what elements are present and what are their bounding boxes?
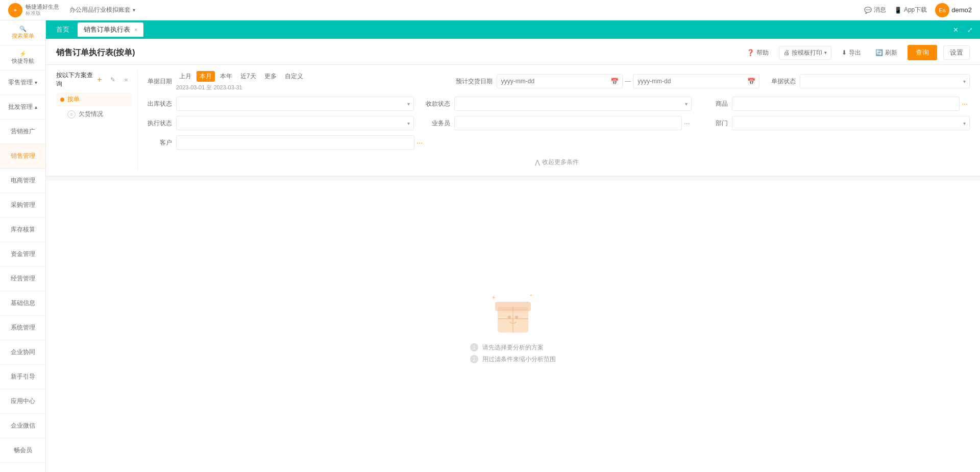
sidebar-item-operation[interactable]: 经营管理 bbox=[0, 267, 45, 291]
filter-field-customer: 客户 ··· bbox=[144, 135, 425, 150]
user-area[interactable]: Ea demo2 bbox=[935, 3, 972, 17]
expected-date-from: 📅 bbox=[497, 74, 623, 88]
filter-row-3: 执行状态 ▾ 业务员 ··· bbox=[144, 116, 970, 130]
refresh-button[interactable]: 🔄 刷新 bbox=[871, 46, 901, 59]
print-button[interactable]: 🖨 按模板打印 ▾ bbox=[779, 46, 831, 60]
search-icon: 🔍 bbox=[19, 26, 27, 32]
sidebar-item-finance[interactable]: 资金管理 bbox=[0, 242, 45, 267]
sidebar-item-sales[interactable]: 销售管理 bbox=[0, 144, 45, 169]
chevron-up-icon: ▴ bbox=[35, 104, 37, 110]
calendar-to-icon[interactable]: 📅 bbox=[747, 78, 755, 85]
expected-date-to-input[interactable] bbox=[633, 74, 759, 88]
empty-illustration: ✦ ✦ ✦ bbox=[487, 289, 538, 335]
sidebar-item-appstore[interactable]: 应用中心 bbox=[0, 389, 45, 414]
svg-point-8 bbox=[508, 316, 511, 319]
empty-tips: 1 请先选择要分析的方案 2 用过滤条件来缩小分析范围 bbox=[470, 343, 556, 364]
date-tab-自定义[interactable]: 自定义 bbox=[282, 71, 306, 82]
ship-status-select[interactable] bbox=[176, 97, 414, 111]
breadcrumb[interactable]: 办公用品行业模拟账套 ▾ bbox=[69, 6, 135, 14]
empty-state: ✦ ✦ ✦ 1 请先选择要分析的方案 2 bbox=[470, 289, 556, 364]
tab-close-button[interactable]: ✕ bbox=[949, 23, 962, 36]
sidebar-item-retail[interactable]: 零售管理 ▾ bbox=[0, 70, 45, 95]
exec-status-select-wrapper: ▾ bbox=[176, 116, 414, 130]
scheme-item-欠货情况[interactable]: ○ 欠货情况 bbox=[56, 107, 131, 121]
scheme-edit-button[interactable]: ✎ bbox=[108, 75, 118, 85]
goods-input[interactable] bbox=[732, 97, 960, 111]
sidebar-item-member[interactable]: 畅会员 bbox=[0, 438, 45, 463]
tab-active[interactable]: 销售订单执行表 × bbox=[78, 22, 143, 37]
sidebar-item-wholesale[interactable]: 批发管理 ▴ bbox=[0, 95, 45, 120]
export-button[interactable]: ⬇ 导出 bbox=[838, 46, 865, 59]
empty-tip-1: 1 请先选择要分析的方案 bbox=[470, 343, 556, 352]
tab-home[interactable]: 首页 bbox=[50, 22, 76, 37]
salesman-more-icon[interactable]: ··· bbox=[682, 119, 692, 127]
refresh-icon: 🔄 bbox=[875, 49, 883, 56]
settings-button[interactable]: 设置 bbox=[943, 45, 970, 60]
date-tab-上月[interactable]: 上月 bbox=[176, 71, 194, 82]
logo-text: 畅捷通好生意 标准版 bbox=[26, 4, 59, 16]
tip-num-1: 1 bbox=[470, 343, 478, 351]
svg-text:✦: ✦ bbox=[529, 293, 533, 298]
tab-close-icon[interactable]: × bbox=[134, 27, 137, 33]
sidebar-item-marketing[interactable]: 营销推广 bbox=[0, 120, 45, 144]
page-header: 销售订单执行表(按单) ❓ 帮助 🖨 按模板打印 ▾ ⬇ 导出 bbox=[46, 39, 980, 65]
sidebar-item-ecommerce[interactable]: 电商管理 bbox=[0, 169, 45, 193]
date-tab-本月[interactable]: 本月 bbox=[197, 71, 215, 82]
pay-status-label: 收款状态 bbox=[422, 100, 450, 108]
sidebar-item-quicknav[interactable]: ⚡ 快捷导航 bbox=[0, 45, 45, 70]
filter-conditions: 单据日期 上月 本月 本年 近7天 更多 自定义 20 bbox=[144, 71, 970, 170]
collapse-up-icon: ⋀ bbox=[535, 159, 540, 166]
customer-more-icon[interactable]: ··· bbox=[414, 138, 425, 147]
scheme-item-按单[interactable]: 按单 bbox=[56, 92, 131, 106]
collapse-conditions-button[interactable]: ⋀ 收起更多条件 bbox=[144, 155, 970, 170]
exec-status-select[interactable] bbox=[176, 116, 414, 130]
filter-scheme-header: 按以下方案查询 + ✎ « bbox=[56, 71, 131, 88]
page-title: 销售订单执行表(按单) bbox=[56, 48, 135, 58]
sidebar-item-guide[interactable]: 新手引导 bbox=[0, 365, 45, 389]
date-tab-更多[interactable]: 更多 bbox=[261, 71, 280, 82]
filter-field-goods: 商品 ··· bbox=[700, 97, 970, 111]
date-tab-本年[interactable]: 本年 bbox=[217, 71, 235, 82]
dept-label: 部门 bbox=[700, 119, 728, 128]
scheme-collapse-button[interactable]: « bbox=[121, 75, 131, 85]
scheme-add-button[interactable]: + bbox=[94, 75, 105, 85]
tab-bar: 首页 销售订单执行表 × ✕ ⤢ bbox=[46, 20, 980, 39]
sidebar-item-basic[interactable]: 基础信息 bbox=[0, 291, 45, 316]
salesman-input[interactable] bbox=[454, 116, 682, 130]
sidebar-item-inventory[interactable]: 库存核算 bbox=[0, 218, 45, 242]
pay-status-select[interactable] bbox=[454, 97, 692, 111]
salesman-input-wrap: ··· bbox=[454, 116, 692, 130]
expected-date-range: 📅 — 📅 bbox=[497, 74, 760, 88]
export-icon: ⬇ bbox=[842, 49, 847, 56]
logo-icon bbox=[8, 3, 22, 17]
main-layout: 🔍 搜索菜单 ⚡ 快捷导航 零售管理 ▾ 批发管理 ▴ 营销推广 销售管理 电商… bbox=[0, 20, 980, 472]
print-arrow-icon: ▾ bbox=[824, 50, 827, 55]
calendar-from-icon[interactable]: 📅 bbox=[610, 78, 619, 85]
status-select[interactable] bbox=[800, 74, 970, 88]
status-select-wrapper: ▾ bbox=[800, 74, 970, 88]
sidebar-item-purchase[interactable]: 采购管理 bbox=[0, 193, 45, 218]
edit-icon: ✎ bbox=[110, 76, 115, 83]
status-label: 单据状态 bbox=[768, 77, 796, 86]
sidebar-item-system[interactable]: 系统管理 bbox=[0, 316, 45, 340]
help-button[interactable]: ❓ 帮助 bbox=[743, 46, 773, 59]
goods-input-wrap: ··· bbox=[732, 97, 970, 111]
dept-select[interactable] bbox=[732, 116, 970, 130]
date-tabs: 上月 本月 本年 近7天 更多 自定义 bbox=[176, 71, 448, 82]
sidebar-item-wechat[interactable]: 企业微信 bbox=[0, 414, 45, 438]
message-action[interactable]: 💬 消息 bbox=[864, 6, 886, 14]
empty-tip-2: 2 用过滤条件来缩小分析范围 bbox=[470, 355, 556, 364]
filter-row-1: 单据日期 上月 本月 本年 近7天 更多 自定义 20 bbox=[144, 71, 970, 91]
sidebar-item-enterprise[interactable]: 企业协同 bbox=[0, 340, 45, 365]
date-tab-近7天[interactable]: 近7天 bbox=[237, 71, 259, 82]
goods-more-icon[interactable]: ··· bbox=[960, 100, 970, 108]
query-button[interactable]: 查询 bbox=[908, 45, 937, 60]
tab-expand-button[interactable]: ⤢ bbox=[964, 23, 976, 36]
app-download-action[interactable]: 📱 App下载 bbox=[894, 6, 927, 14]
expected-date-from-input[interactable] bbox=[497, 74, 623, 88]
date-label: 单据日期 bbox=[144, 77, 172, 86]
tip-num-2: 2 bbox=[470, 355, 478, 363]
customer-input[interactable] bbox=[176, 135, 414, 150]
sub-scheme-icon: ○ bbox=[67, 110, 76, 119]
sidebar-item-search[interactable]: 🔍 搜索菜单 bbox=[0, 20, 45, 45]
